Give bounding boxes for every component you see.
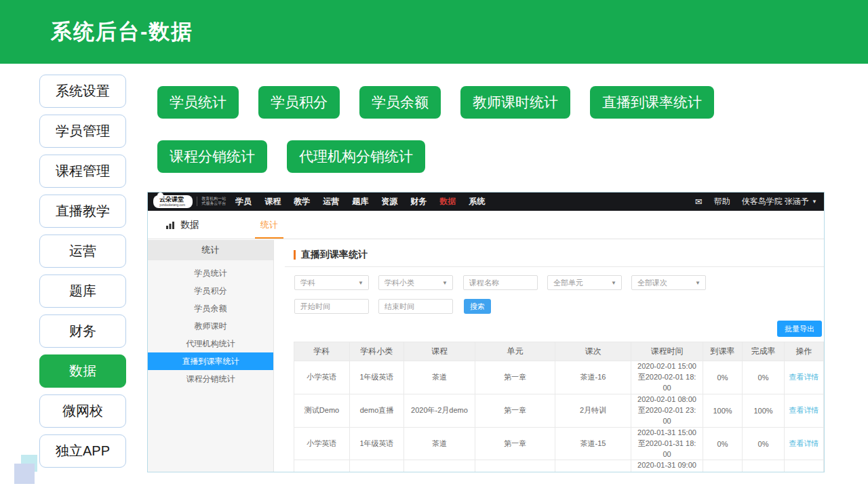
cell-course: 茶道 (404, 361, 475, 394)
cell-lesson: 2月特训 (555, 394, 631, 427)
sidebar-item-standalone-app[interactable]: 独立APP (39, 434, 126, 468)
top-nav-system[interactable]: 系统 (469, 196, 485, 207)
table-row: 小学英语 1年级英语 寒假辅导 第一章 寒假辅导-5 2020-01-31 09… (294, 460, 824, 472)
cell-unit: 第一章 (475, 427, 555, 460)
chevron-down-icon: ▼ (695, 280, 701, 286)
top-nav-data[interactable]: 数据 (439, 196, 456, 207)
menu-item-teacher-hours[interactable]: 教师课时 (148, 317, 273, 335)
quick-button-student-points[interactable]: 学员积分 (258, 86, 340, 119)
cell-unit: 第一章 (475, 460, 555, 472)
cell-subject: 测试Demo (294, 394, 350, 427)
panel-title: 直播到课率统计 (294, 249, 368, 261)
chevron-down-icon: ▼ (358, 280, 363, 286)
chevron-down-icon: ▼ (611, 280, 616, 286)
view-detail-link[interactable]: 查看详情 (789, 373, 819, 381)
col-lesson: 课次 (555, 342, 631, 361)
menu-item-course-distribution[interactable]: 课程分销统计 (148, 370, 273, 388)
sidebar-item-system-settings[interactable]: 系统设置 (39, 75, 126, 108)
batch-export-button[interactable]: 批量导出 (777, 321, 822, 337)
menu-item-student-points[interactable]: 学员积分 (148, 282, 273, 300)
stats-menu-items: 学员统计 学员积分 学员余额 教师课时 代理机构统计 直播到课率统计 课程分销统… (148, 260, 273, 388)
cell-course-time: 2020-01-31 09:00至2020-01-31 18:00 (631, 460, 703, 472)
cell-lesson: 寒假辅导-5 (555, 460, 631, 472)
cell-unit: 第一章 (475, 361, 555, 394)
quick-buttons: 学员统计 学员积分 学员余额 教师课时统计 直播到课率统计 课程分销统计 代理机… (157, 86, 714, 195)
quick-button-teacher-hours[interactable]: 教师课时统计 (460, 86, 570, 119)
start-time-input[interactable] (294, 299, 369, 314)
top-nav-finance[interactable]: 财务 (410, 196, 427, 207)
end-time-input[interactable] (378, 299, 453, 314)
cell-lesson: 茶道-16 (555, 361, 631, 394)
unit-select[interactable]: 全部单元 ▼ (547, 275, 622, 290)
unit-select-value: 全部单元 (553, 278, 583, 288)
main-panel: 直播到课率统计 学科 ▼ 学科小类 ▼ 全部单元 ▼ 全部课 (274, 240, 824, 472)
sidebar-item-student-mgmt[interactable]: 学员管理 (39, 115, 126, 148)
view-detail-link[interactable]: 查看详情 (789, 406, 819, 414)
admin-topbar: 云朵课堂 yunduoketang.com 教育机构一站 式服务云平台 学员 课… (148, 192, 824, 211)
cell-completion-rate: 0% (743, 361, 785, 394)
menu-item-live-attendance[interactable]: 直播到课率统计 (148, 352, 273, 370)
table-row: 小学英语 1年级英语 茶道 第一章 茶道-16 2020-02-01 15:00… (294, 361, 824, 394)
cell-attendance-rate: 100% (703, 394, 743, 427)
lesson-select[interactable]: 全部课次 ▼ (631, 275, 706, 290)
table-header-row: 学科 学科小类 课程 单元 课次 课程时间 到课率 完成率 操作 (294, 342, 824, 361)
sidebar-item-live-teaching[interactable]: 直播教学 (39, 195, 126, 228)
admin-screenshot: 云朵课堂 yunduoketang.com 教育机构一站 式服务云平台 学员 课… (147, 192, 825, 472)
decorative-square-blue (14, 464, 35, 484)
bar-chart-icon (165, 220, 176, 230)
subject-select-value: 学科 (300, 278, 315, 288)
sidebar-item-course-mgmt[interactable]: 课程管理 (39, 155, 126, 188)
breadcrumb[interactable]: 数据 (165, 219, 199, 231)
cell-subject-sub: demo直播 (350, 394, 404, 427)
sidebar-item-micro-school[interactable]: 微网校 (39, 394, 126, 428)
quick-button-student-balance[interactable]: 学员余额 (359, 86, 441, 119)
sidebar-item-finance[interactable]: 财务 (39, 314, 126, 348)
sidebar-item-question-bank[interactable]: 题库 (39, 274, 126, 308)
logo-divider (197, 197, 197, 206)
chevron-down-icon: ▼ (442, 280, 448, 286)
search-button[interactable]: 搜索 (464, 299, 491, 314)
cell-course-time: 2020-02-01 08:00至2020-02-01 23:00 (631, 394, 703, 427)
mail-icon[interactable]: ✉ (695, 197, 703, 207)
menu-item-student-balance[interactable]: 学员余额 (148, 300, 273, 317)
view-detail-link[interactable]: 查看详情 (789, 439, 819, 447)
attendance-table: 学科 学科小类 课程 单元 课次 课程时间 到课率 完成率 操作 (294, 342, 824, 472)
subject-select[interactable]: 学科 ▼ (294, 275, 369, 290)
top-nav-courses[interactable]: 课程 (264, 196, 281, 207)
cell-unit: 第一章 (475, 394, 555, 427)
tab-statistics[interactable]: 统计 (260, 211, 278, 239)
user-menu[interactable]: 侠客岛学院 张涵予 ▼ (742, 196, 817, 207)
quick-button-course-distribution[interactable]: 课程分销统计 (157, 140, 267, 173)
cell-subject-sub: 1年级英语 (350, 427, 404, 460)
top-nav-operations[interactable]: 运营 (323, 196, 339, 207)
cell-course: 2020年-2月demo (404, 394, 475, 427)
top-nav-students[interactable]: 学员 (235, 196, 252, 207)
quick-button-agency-distribution[interactable]: 代理机构分销统计 (287, 140, 425, 173)
logo-subtitle: yunduoketang.com (159, 203, 185, 207)
course-name-input[interactable] (463, 275, 538, 290)
sidebar-item-data[interactable]: 数据 (39, 354, 126, 388)
top-nav-resources[interactable]: 资源 (381, 196, 397, 207)
cell-completion-rate: 0% (743, 427, 785, 460)
cell-completion-rate: 100% (743, 394, 785, 427)
quick-button-student-stats[interactable]: 学员统计 (157, 86, 239, 119)
menu-item-agency-stats[interactable]: 代理机构统计 (148, 335, 273, 352)
table-row: 小学英语 1年级英语 茶道 第一章 茶道-15 2020-01-31 15:00… (294, 427, 824, 460)
title-accent-bar (294, 250, 296, 260)
top-nav-teaching[interactable]: 教学 (294, 196, 310, 207)
col-completion-rate: 完成率 (743, 342, 785, 361)
cell-attendance-rate: 0% (703, 361, 743, 394)
page-title: 系统后台-数据 (51, 18, 193, 46)
subject-sub-select-value: 学科小类 (384, 278, 414, 288)
chevron-down-icon: ▼ (812, 199, 817, 205)
quick-button-live-attendance[interactable]: 直播到课率统计 (590, 86, 714, 119)
menu-item-student-stats[interactable]: 学员统计 (148, 264, 273, 282)
cell-completion-rate: 0% (743, 460, 785, 472)
subject-sub-select[interactable]: 学科小类 ▼ (378, 275, 453, 290)
sidebar-item-operations[interactable]: 运营 (39, 235, 126, 268)
cell-subject-sub: 1年级英语 (350, 460, 404, 472)
top-nav-question-bank[interactable]: 题库 (352, 196, 368, 207)
help-link[interactable]: 帮助 (714, 196, 730, 207)
page: 系统后台-数据 系统设置 学员管理 课程管理 直播教学 运营 题库 财务 数据 … (0, 0, 868, 488)
admin-top-nav: 学员 课程 教学 运营 题库 资源 财务 数据 系统 (235, 196, 485, 207)
